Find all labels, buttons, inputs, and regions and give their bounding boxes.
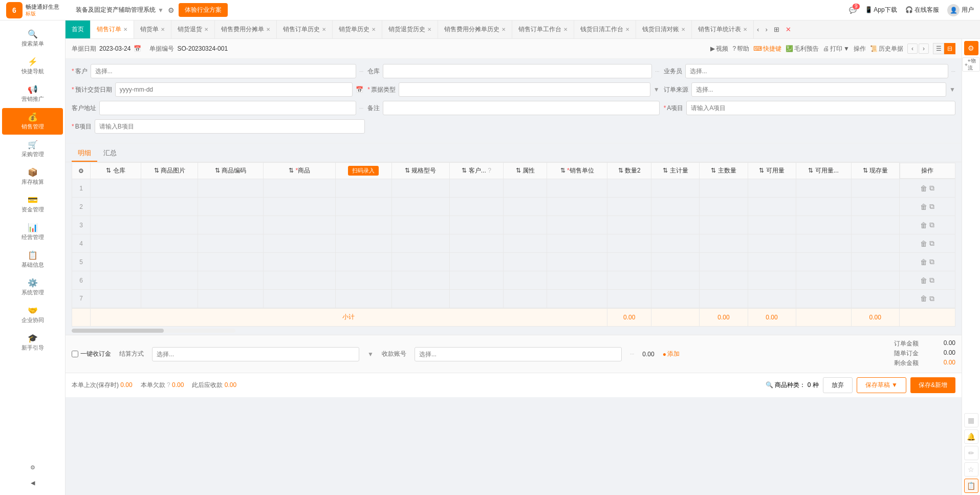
col-settings[interactable]: ⚙ [72,163,91,179]
col-uom-sort-icon[interactable]: ⇅ [663,167,668,174]
view-video-btn[interactable]: ▶ 视频 [710,45,728,53]
col-image-sort-icon[interactable]: ⇅ [154,167,159,174]
discard-btn[interactable]: 放弃 [823,377,853,393]
row-1-copy-btn[interactable]: ⧉ [929,184,934,192]
row-3-copy-btn[interactable]: ⧉ [929,221,934,229]
operate-btn[interactable]: 操作 [854,45,866,53]
add-payment-btn[interactable]: ● 添加 [663,350,680,358]
tab-more-btn[interactable]: ⊞ [771,20,782,39]
row-7-delete-btn[interactable]: 🗑 [920,294,927,303]
tab-sales-refund[interactable]: 销货退货 ✕ [171,20,215,39]
tab-summary[interactable]: 汇总 [97,145,123,162]
dropdown-icon[interactable]: ▼ [158,7,164,14]
tab-close-expense-split[interactable]: ✕ [266,27,270,32]
save-draft-dropdown-icon[interactable]: ▼ [891,381,898,389]
user-menu[interactable]: 👤 用户 [947,4,974,16]
scroll-bar[interactable] [72,329,235,333]
tab-cash-reconcile[interactable]: 钱货日清对账 ✕ [636,20,692,39]
online-support-link[interactable]: 🎧 在线客服 [905,6,939,14]
col-customer-sort-icon[interactable]: ⇅ [462,167,467,174]
payment-method-dropdown-icon[interactable]: ▼ [367,351,374,358]
salesperson-input[interactable] [685,64,948,78]
notification-bell[interactable]: 💬 9 [849,7,857,14]
row-2-copy-btn[interactable]: ⧉ [929,202,934,211]
row-5-copy-btn[interactable]: ⧉ [929,257,934,266]
profit-btn[interactable]: 💹 毛利预告 [786,45,819,53]
order-source-input[interactable] [691,82,946,97]
row-4-copy-btn[interactable]: ⧉ [929,239,934,248]
customer-address-input[interactable] [99,101,356,115]
col-avail2-sort-icon[interactable]: ⇅ [808,167,813,174]
tab-close-refund-history[interactable]: ✕ [427,27,431,32]
row-4-delete-btn[interactable]: 🗑 [920,239,927,248]
tab-sales-return[interactable]: 销货单 ✕ [134,20,171,39]
col-avail-sort-icon[interactable]: ⇅ [759,167,764,174]
row-1-code[interactable] [198,179,264,198]
tab-home[interactable]: 首页 [66,20,91,39]
row-5-delete-btn[interactable]: 🗑 [920,257,927,266]
col-unit-sort-icon[interactable]: ⇅ [560,167,565,174]
tab-close-sales-refund[interactable]: ✕ [204,27,208,32]
tab-cash-daily[interactable]: 钱货日清工作台 ✕ [574,20,636,39]
sidebar-item-system[interactable]: ⚙️ 系统管理 [2,274,63,300]
form-view-btn[interactable]: ⊟ [944,43,955,54]
help-btn[interactable]: ? 帮助 [732,45,749,53]
customer-expand-btn[interactable]: ··· [359,69,363,74]
tab-close-cash-daily[interactable]: ✕ [625,27,629,32]
tab-prev-btn[interactable]: ‹ [754,20,762,39]
save-draft-btn[interactable]: 保存草稿 ▼ [857,377,906,393]
col-attr-sort-icon[interactable]: ⇅ [516,167,521,174]
sidebar-item-guide[interactable]: 🎓 新手引导 [2,329,63,356]
invoice-type-input[interactable]: 不开票 [399,82,650,97]
tab-sales-order[interactable]: 销售订单 ✕ [91,20,134,39]
tab-close-sales-order[interactable]: ✕ [123,27,127,32]
tab-close-return-history[interactable]: ✕ [372,27,376,32]
sidebar-item-baseinfo[interactable]: 📋 基础信息 [2,246,63,273]
tab-close-expense-history[interactable]: ✕ [502,27,506,32]
prev-record-btn[interactable]: ‹ [907,44,918,54]
history-btn[interactable]: 📜 历史单据 [870,45,903,53]
sidebar-item-purchase[interactable]: 🛒 采购管理 [2,136,63,162]
customer-input[interactable] [91,64,356,78]
sidebar-item-marketing[interactable]: 📢 营销推广 [2,80,63,107]
row-6-copy-btn[interactable]: ⧉ [929,276,934,285]
sidebar-item-finance[interactable]: 💳 资金管理 [2,191,63,218]
right-panel-btn5[interactable]: ✏ [964,446,978,460]
tab-close-cash-reconcile[interactable]: ✕ [681,27,685,32]
this-order-help-icon[interactable]: ? [167,381,170,389]
save-new-btn[interactable]: 保存&新增 [910,377,955,393]
account-expand-btn[interactable]: ··· [630,351,634,357]
sidebar-item-enterprise[interactable]: 🤝 企业协同 [2,302,63,328]
row-1-unit[interactable] [547,179,607,198]
tab-return-history[interactable]: 销货单历史 ✕ [333,20,382,39]
shortcut-btn[interactable]: ⌨ 快捷键 [753,45,781,53]
row-1-qty2[interactable] [607,179,651,198]
address-expand-btn[interactable]: ··· [359,105,363,111]
right-panel-settings-btn[interactable]: ⚙ [964,41,978,55]
customer-ref-help-icon[interactable]: ? [488,167,491,174]
calendar-icon[interactable]: 📅 [134,45,141,52]
right-panel-logistics-btn[interactable]: + +物流 [962,57,980,72]
col-qty2-sort-icon[interactable]: ⇅ [618,167,623,174]
tab-close-order-workbench[interactable]: ✕ [563,27,568,32]
row-6-delete-btn[interactable]: 🗑 [920,276,927,285]
one-click-payment-checkbox[interactable]: 一键收订金 [72,350,111,358]
b-project-input[interactable] [95,119,365,134]
delivery-calendar-icon[interactable]: 📅 [356,86,363,93]
sidebar-item-quicknav[interactable]: ⚡ 快捷导航 [2,53,63,79]
row-1-attr[interactable] [504,179,547,198]
row-1-product[interactable] [263,179,336,198]
right-panel-btn6[interactable]: ☆ [964,462,978,477]
sidebar-collapse-btn[interactable]: ◀ [2,476,63,490]
tab-order-workbench[interactable]: 销售订单工作台 ✕ [512,20,574,39]
invoice-type-dropdown-icon[interactable]: ▼ [654,86,660,93]
warehouse-expand-btn[interactable]: ··· [655,69,659,74]
scan-enter-btn[interactable]: 扫码录入 [348,166,379,176]
col-stock-sort-icon[interactable]: ⇅ [863,167,868,174]
row-1-warehouse[interactable] [91,179,141,198]
next-record-btn[interactable]: › [919,44,929,54]
remarks-input[interactable] [383,101,659,115]
tab-close-sales-summary[interactable]: ✕ [743,27,747,32]
sidebar-item-operations[interactable]: 📊 经营管理 [2,219,63,245]
tab-refund-history[interactable]: 销货退货历史 ✕ [382,20,438,39]
